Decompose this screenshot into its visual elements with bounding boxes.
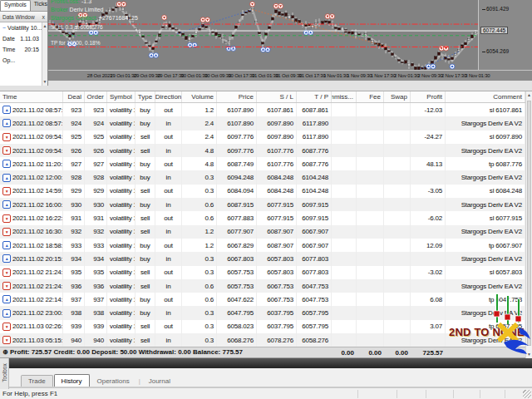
table-scrollbar[interactable]: ▲ ▼ <box>525 91 532 358</box>
cell-deal: 940 <box>63 333 85 347</box>
data-window-scrollbar[interactable]: ▲ ▼ <box>42 22 47 86</box>
cell-type: sell <box>135 144 155 157</box>
table-row[interactable]: ▼2021.11.03 05:15:00940940volatility 1..… <box>0 333 532 347</box>
tab-trade[interactable]: Trade <box>21 375 53 387</box>
table-row[interactable]: ▲2021.11.02 23:00:00938938volatility 1..… <box>0 306 532 319</box>
price-chart[interactable]: Profit/Loss: -1.3 Broker Deriv Limited S… <box>48 0 478 70</box>
column-header-comment[interactable]: Comment <box>446 91 525 102</box>
cell-direction: in <box>155 333 182 347</box>
cell-direction: in <box>155 170 182 184</box>
cell-order: 939 <box>85 320 107 333</box>
column-header-sl[interactable]: S / L <box>257 91 297 102</box>
column-header-deal[interactable]: Deal <box>63 91 85 102</box>
table-row[interactable]: ▼2021.11.02 14:59:24929929volatility 1..… <box>0 185 532 198</box>
table-row[interactable]: ▲2021.11.02 20:15:00934934volatility 1..… <box>0 252 532 265</box>
cell-swap <box>384 306 411 319</box>
column-header-profit[interactable]: Profit <box>411 91 446 102</box>
column-header-commission[interactable]: Commiss... <box>332 91 357 102</box>
tab-ticks[interactable]: Ticks <box>31 0 51 11</box>
cell-sl: 6084.248 <box>257 170 297 184</box>
cell-sl: 6107.861 <box>257 103 297 116</box>
cell-symbol: volatility 1... <box>107 225 135 239</box>
table-row[interactable]: ▼2021.11.02 09:54:04926926volatility 1..… <box>0 144 532 157</box>
instrument-row[interactable]: ~ Volatility 10... <box>0 22 47 33</box>
scroll-down-icon[interactable]: ▼ <box>526 351 532 358</box>
cell-price: 6087.915 <box>217 198 257 211</box>
tab-symbols[interactable]: Symbols <box>0 0 31 11</box>
cell-commission <box>332 157 357 170</box>
cell-direction: in <box>155 116 182 130</box>
cell-type: buy <box>135 170 155 184</box>
table-row[interactable]: ▲2021.11.02 08:57:18924924volatility 1..… <box>0 116 532 130</box>
table-row[interactable]: ▼2021.11.02 21:24:38935935volatility 1..… <box>0 266 532 279</box>
cell-fee <box>357 144 384 157</box>
table-row[interactable]: ▲2021.11.02 08:57:18923923volatility 1..… <box>0 103 532 116</box>
column-header-order[interactable]: Order <box>85 91 107 102</box>
buy-deal-icon: ▲ <box>2 160 11 168</box>
column-header-fee[interactable]: Fee <box>357 91 384 102</box>
tab-operations[interactable]: Operations <box>91 376 136 387</box>
table-row[interactable]: ▼2021.11.02 16:22:48931931volatility 1..… <box>0 211 532 224</box>
cell-swap <box>384 211 411 224</box>
cell-direction: in <box>155 198 182 211</box>
cell-tp: 6057.795 <box>297 320 332 333</box>
scroll-up-icon[interactable]: ▲ <box>42 23 47 29</box>
tab-history[interactable]: History <box>54 374 90 387</box>
resize-grip-icon[interactable] <box>523 390 531 398</box>
cell-time: ▼2021.11.02 21:24:38 <box>0 266 63 279</box>
scroll-up-icon[interactable]: ▲ <box>526 91 532 99</box>
cell-sl: 6057.803 <box>257 252 297 265</box>
field-label: Op... <box>2 57 15 63</box>
time-axis-label: 2 Nov 17:30 <box>441 73 466 78</box>
cell-deal: 938 <box>63 306 85 319</box>
cell-symbol: volatility 1... <box>107 333 135 347</box>
cell-volume: 0.6 <box>182 293 217 306</box>
cell-fee <box>357 198 384 211</box>
cell-price: 6094.248 <box>217 170 257 184</box>
table-row[interactable]: ▲2021.11.02 11:20:12927927volatility 1..… <box>0 157 532 170</box>
table-row[interactable]: ▲2021.11.02 16:00:00930930volatility 1..… <box>0 198 532 211</box>
table-row[interactable]: ▼2021.11.02 16:30:00932932volatility 1..… <box>0 225 532 239</box>
column-header-tp[interactable]: T / P <box>297 91 332 102</box>
column-header-direction[interactable]: Direction <box>155 91 182 102</box>
column-header-symbol[interactable]: Symbol <box>107 91 135 102</box>
column-header-time[interactable]: Time <box>0 91 63 102</box>
cell-commission <box>332 239 357 252</box>
toolbox-label: Toolbox <box>2 359 7 387</box>
cell-swap <box>384 293 411 306</box>
field-value: 1.11.03 <box>20 36 39 42</box>
table-row[interactable]: ▼2021.11.02 09:54:04925925volatility 1..… <box>0 131 532 144</box>
data-window-panel: Symbols Ticks Data Window x ~ Volatility… <box>0 0 48 86</box>
column-header-type[interactable]: Type <box>135 91 155 102</box>
table-row[interactable]: ▲2021.11.02 18:58:46933933volatility 1..… <box>0 239 532 252</box>
table-row[interactable]: ▲2021.11.02 12:00:00928928volatility 1..… <box>0 170 532 184</box>
price-axis[interactable]: 6091.429 6072.445 6054.269 <box>478 0 532 70</box>
time-axis[interactable]: 28 Oct 202129 Oct 01:3029 Oct 09:3029 Oc… <box>48 70 532 81</box>
field-open: Op... <box>0 55 47 66</box>
cell-profit: 48.13 <box>411 157 446 170</box>
instrument-label: Volatility 10... <box>7 25 42 31</box>
cell-comment: tp 6057.795 <box>446 320 525 333</box>
tab-journal[interactable]: Journal <box>142 376 177 387</box>
column-header-volume[interactable]: Volume <box>182 91 217 102</box>
close-icon[interactable]: x <box>42 14 46 20</box>
scroll-down-icon[interactable]: ▼ <box>42 79 47 85</box>
time-axis-label: 29 Oct 01:30 <box>110 73 136 78</box>
cell-comment: sl 6107.861 <box>446 103 525 116</box>
table-row[interactable]: ▼2021.11.03 02:26:28939939volatility 1..… <box>0 320 532 333</box>
cell-time: ▲2021.11.02 16:00:00 <box>0 198 63 211</box>
table-header: TimeDealOrderSymbolTypeDirectionVolumePr… <box>0 91 532 103</box>
cell-fee <box>357 103 384 116</box>
column-header-swap[interactable]: Swap <box>384 91 411 102</box>
table-row[interactable]: ▼2021.11.02 21:24:38936936volatility 1..… <box>0 279 532 293</box>
table-row[interactable]: ▲2021.11.02 22:14:02937937volatility 1..… <box>0 293 532 306</box>
summary-total-commission: 0.00 <box>332 347 357 357</box>
field-date: Date 1.11.03 <box>0 33 47 44</box>
cell-deal: 935 <box>63 266 85 279</box>
scrollbar-thumb[interactable] <box>527 101 531 346</box>
cell-fee <box>357 225 384 239</box>
cell-symbol: volatility 1... <box>107 239 135 252</box>
cell-symbol: volatility 1... <box>107 198 135 211</box>
cell-symbol: volatility 1... <box>107 293 135 306</box>
column-header-price[interactable]: Price <box>217 91 257 102</box>
